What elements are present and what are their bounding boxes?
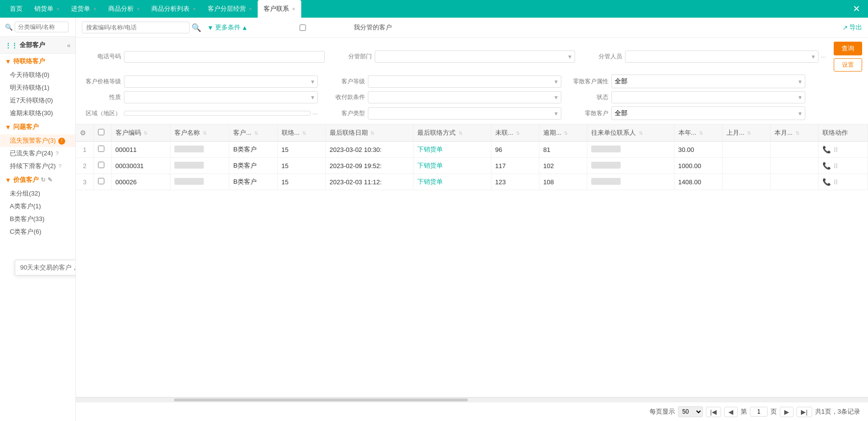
tab-sales-close[interactable]: ×: [56, 6, 59, 12]
sidebar-item-unclassified[interactable]: 未分组(32): [0, 187, 75, 200]
row-select-3[interactable]: [98, 178, 104, 184]
sidebar-section-problem[interactable]: ▼ 问题客户: [0, 120, 75, 134]
adv-filter-retail-attr-select[interactable]: 全部 ▾: [611, 74, 805, 88]
tab-purchase-close[interactable]: ×: [93, 6, 96, 12]
adv-filter-status-select[interactable]: ▾: [611, 91, 805, 103]
col-unlink-sort[interactable]: ⇅: [516, 130, 520, 136]
sidebar-search-input[interactable]: [15, 22, 69, 32]
sidebar-item-declining[interactable]: 持续下滑客户(2) ?: [0, 160, 75, 173]
sidebar-item-class-b[interactable]: B类客户(33): [0, 213, 75, 225]
adv-filter-nature-label: 性质: [82, 93, 121, 101]
action-phone-icon-1[interactable]: 📞: [822, 146, 831, 153]
adv-filter-nature-select[interactable]: ▾: [124, 91, 318, 103]
sidebar-section-pending[interactable]: ▼ 待联络客户: [0, 54, 75, 69]
row-last-method-link-3[interactable]: 下销货单: [417, 178, 443, 185]
more-conditions-button[interactable]: ▼ 更多条件 ▲: [207, 23, 248, 32]
tab-product-analysis-close[interactable]: ×: [137, 6, 140, 12]
sidebar-all-customers[interactable]: ⋮⋮ 全部客户 «: [0, 37, 75, 54]
col-contacts-sort[interactable]: ⇅: [639, 130, 643, 136]
action-more-icon-1[interactable]: ⁞⁞: [834, 146, 838, 153]
adv-filter-dept-arrow: ▾: [568, 53, 572, 60]
my-customers-checkbox[interactable]: [254, 25, 352, 31]
horizontal-scrollbar[interactable]: [76, 397, 868, 402]
col-this-month-sort[interactable]: ⇅: [796, 130, 799, 136]
sidebar-item-tomorrow-pending[interactable]: 明天待联络(1): [0, 81, 75, 94]
adv-filter-customer-type-select[interactable]: ▾: [368, 107, 562, 120]
sidebar-item-overdue-contact[interactable]: 逾期未联络(30): [0, 107, 75, 120]
tab-sales[interactable]: 销货单 ×: [28, 0, 65, 18]
sidebar-item-7day-pending[interactable]: 近7天待联络(0): [0, 94, 75, 107]
select-all-checkbox[interactable]: [98, 129, 104, 135]
col-contact-count-sort[interactable]: ⇅: [302, 130, 306, 136]
sidebar-search-area: 🔍: [0, 18, 75, 37]
sidebar-collapse-icon[interactable]: «: [67, 42, 71, 49]
adv-filter-customer-grade-select[interactable]: ▾: [368, 75, 562, 88]
tab-home[interactable]: 首页: [4, 0, 28, 18]
adv-filter-price-grade-select[interactable]: ▾: [124, 75, 318, 88]
query-button[interactable]: 查询: [834, 42, 862, 55]
per-page-select[interactable]: 50 100 200: [678, 406, 703, 417]
adv-filter-dept-label: 分管部门: [333, 52, 372, 61]
tab-product-analysis-list[interactable]: 商品分析列表 ×: [145, 0, 201, 18]
last-page-btn[interactable]: ▶|: [796, 407, 812, 417]
tab-product-analysis-list-close[interactable]: ×: [193, 6, 195, 12]
tab-customer-layer-close[interactable]: ×: [249, 6, 252, 12]
adv-filter-dept: 分管部门 ▾: [333, 50, 576, 63]
col-overdue-sort[interactable]: ⇅: [564, 130, 568, 136]
export-button[interactable]: ↗ 导出: [843, 23, 862, 32]
adv-filter-region-dots[interactable]: ···: [313, 110, 318, 117]
col-last-method-sort[interactable]: ⇅: [458, 130, 462, 136]
adv-filter-retail-customer-select[interactable]: 全部 ▾: [611, 106, 805, 120]
col-name-sort[interactable]: ⇅: [203, 130, 207, 136]
adv-filter-status-label: 状态: [569, 93, 608, 101]
tab-product-analysis[interactable]: 商品分析 ×: [102, 0, 145, 18]
tab-customer-contact-close[interactable]: ×: [292, 6, 295, 12]
row-select-2[interactable]: [98, 162, 104, 168]
col-this-year-sort[interactable]: ⇅: [699, 130, 703, 136]
tab-customer-contact[interactable]: 客户联系 ×: [258, 0, 301, 18]
action-more-icon-2[interactable]: ⁞⁞: [834, 162, 838, 170]
adv-filter-dept-select[interactable]: ▾: [375, 50, 576, 63]
page-input[interactable]: [750, 407, 768, 417]
sidebar-item-class-a[interactable]: A类客户(1): [0, 200, 75, 213]
sidebar-item-class-c[interactable]: C类客户(6): [0, 225, 75, 238]
action-phone-icon-2[interactable]: 📞: [822, 162, 831, 170]
col-contact-count: 联络... ⇅: [277, 124, 325, 142]
search-button[interactable]: 🔍: [192, 23, 201, 32]
sidebar-section-value[interactable]: ▼ 价值客户 ↻ ✎: [0, 173, 75, 187]
row-select-1[interactable]: [98, 146, 104, 152]
adv-filter-payment-select[interactable]: ▾: [368, 91, 562, 103]
adv-filter-person-select[interactable]: ▾: [625, 50, 819, 63]
adv-filter-region-select[interactable]: [124, 111, 311, 116]
adv-filter-person-dots[interactable]: ···: [820, 53, 826, 60]
adv-filter-customer-grade-arrow: ▾: [555, 78, 558, 85]
adv-filter-status: 状态 ▾: [569, 91, 805, 103]
my-customers-checkbox-label[interactable]: 我分管的客户: [254, 23, 392, 32]
sidebar-item-overdue-contact-label: 逾期未联络(30): [10, 109, 53, 117]
window-close-button[interactable]: ✕: [849, 3, 864, 14]
row-checkbox-1: [94, 142, 111, 158]
row-last-method-link-1[interactable]: 下销货单: [417, 146, 443, 153]
col-last-date-sort[interactable]: ⇅: [370, 130, 374, 136]
action-more-icon-3[interactable]: ⁞⁞: [834, 178, 838, 186]
search-input[interactable]: [82, 22, 190, 33]
sidebar-item-churned[interactable]: 已流失客户(24) ?: [0, 147, 75, 160]
gear-icon[interactable]: ⚙: [80, 129, 86, 137]
prev-page-btn[interactable]: ◀: [724, 407, 738, 417]
value-refresh-icon[interactable]: ↻: [41, 176, 46, 183]
adv-filter-phone-input[interactable]: [124, 51, 325, 63]
setting-button[interactable]: 设置: [834, 58, 862, 72]
first-page-btn[interactable]: |◀: [706, 407, 721, 417]
col-code-sort[interactable]: ⇅: [144, 130, 147, 136]
col-type-sort[interactable]: ⇅: [254, 130, 258, 136]
value-edit-icon[interactable]: ✎: [48, 176, 52, 183]
row-last-method-link-2[interactable]: 下销货单: [417, 162, 443, 169]
tab-purchase[interactable]: 进货单 ×: [65, 0, 102, 18]
h-scroll-thumb[interactable]: [174, 398, 468, 401]
tab-customer-layer[interactable]: 客户分层经营 ×: [202, 0, 258, 18]
sidebar-item-today-pending[interactable]: 今天待联络(0): [0, 69, 75, 81]
sidebar-item-churn-warning[interactable]: 流失预警客户(3) !: [0, 134, 75, 147]
action-phone-icon-3[interactable]: 📞: [822, 178, 831, 186]
next-page-btn[interactable]: ▶: [780, 407, 794, 417]
col-last-month-sort[interactable]: ⇅: [747, 130, 751, 136]
